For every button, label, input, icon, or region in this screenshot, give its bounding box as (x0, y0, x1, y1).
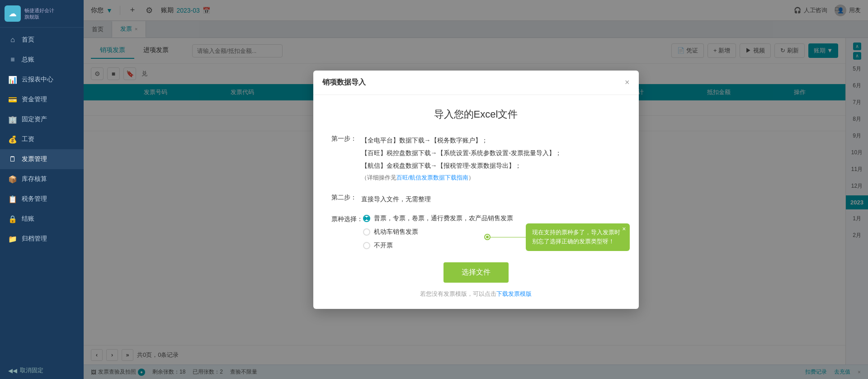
modal-header: 销项数据导入 × (313, 71, 639, 95)
radio-circle-1 (363, 228, 370, 236)
cloud-report-icon: 📊 (8, 75, 17, 84)
modal-footer-note: 若您没有发票模版，可以点击下载发票模版 (331, 290, 621, 298)
sidebar-item-label: 首页 (22, 36, 34, 44)
step1-content: 【全电平台】数据下载→【税务数字账户】； 【百旺】税控盘数据下载→【系统设置-系… (361, 134, 561, 184)
radio-circle-2 (363, 242, 370, 249)
step1: 第一步： 【全电平台】数据下载→【税务数字账户】； 【百旺】税控盘数据下载→【系… (331, 134, 621, 184)
step1-line2: 【百旺】税控盘数据下载→【系统设置-系统参数设置-发票批量导入】； (361, 147, 561, 159)
tooltip-container: 现在支持的票种多了，导入发票时别忘了选择正确的发票类型呀！ × (485, 223, 630, 251)
logo-icon: ☁ (5, 5, 21, 22)
sidebar-item-payroll[interactable]: 💰 工资 (0, 129, 84, 149)
step1-note: （详细操作见百旺/航信发票数据下载指南） (361, 172, 561, 184)
radio-option-0[interactable]: 普票，专票，卷票，通行费发票，农产品销售发票 (363, 214, 513, 223)
sidebar-item-invoice[interactable]: 🗒 发票管理 (0, 149, 84, 169)
archive-icon: 📁 (8, 234, 17, 243)
sidebar-item-label: 发票管理 (22, 155, 47, 163)
sidebar-item-tax[interactable]: 📋 税务管理 (0, 189, 84, 209)
modal-overlay: 销项数据导入 × 导入您的Excel文件 第一步： 【全电平台】数据下载→【税务… (84, 0, 868, 379)
sidebar-item-label: 工资 (22, 135, 34, 143)
sidebar-item-ledger[interactable]: ≡ 总账 (0, 50, 84, 70)
sidebar-logo: ☁ 畅捷通好会计 旗舰版 (0, 0, 84, 28)
sidebar-item-label: 资金管理 (22, 95, 47, 104)
download-template-link[interactable]: 下载发票模版 (496, 290, 532, 297)
sidebar-item-label: 库存核算 (22, 175, 47, 183)
tooltip-close-button[interactable]: × (622, 225, 626, 232)
select-file-button[interactable]: 选择文件 (443, 262, 509, 283)
step1-line3: 【航信】金税盘数据下载→【报税管理-发票数据导出】； (361, 159, 561, 172)
select-file-area: 选择文件 (331, 262, 621, 283)
ticket-select: 票种选择： 普票，专票，卷票，通行费发票，农产品销售发票 机动车销售发票 (331, 214, 621, 250)
sidebar-item-label: 税务管理 (22, 195, 47, 203)
radio-circle-0 (363, 215, 370, 222)
sidebar-nav: ⌂ 首页 ≡ 总账 📊 云报表中心 💳 资金管理 🏢 固定资产 💰 工资 (0, 28, 84, 362)
payroll-icon: 💰 (8, 135, 17, 144)
sidebar-unpin[interactable]: ◀◀ 取消固定 (0, 362, 84, 379)
pin-icon: ◀◀ (8, 367, 17, 374)
inventory-icon: 📦 (8, 175, 17, 184)
logo-text: 畅捷通好会计 旗舰版 (24, 7, 54, 20)
guide-link[interactable]: 百旺/航信发票数据下载指南 (396, 174, 469, 181)
ticket-label: 票种选择： (331, 215, 363, 223)
sidebar-item-cloud-report[interactable]: 📊 云报表中心 (0, 70, 84, 90)
ledger-icon: ≡ (8, 55, 17, 64)
modal-body: 导入您的Excel文件 第一步： 【全电平台】数据下载→【税务数字账户】； 【百… (313, 95, 639, 309)
sidebar-item-label: 归档管理 (22, 235, 47, 243)
step1-line1: 【全电平台】数据下载→【税务数字账户】； (361, 134, 561, 147)
sidebar-item-fixed-assets[interactable]: 🏢 固定资产 (0, 109, 84, 129)
modal-close-button[interactable]: × (625, 78, 630, 86)
sidebar-item-fund[interactable]: 💳 资金管理 (0, 90, 84, 109)
tooltip-popup: 现在支持的票种多了，导入发票时别忘了选择正确的发票类型呀！ × (526, 223, 630, 251)
sidebar-item-home[interactable]: ⌂ 首页 (0, 30, 84, 50)
fixed-assets-icon: 🏢 (8, 115, 17, 124)
step2-content: 直接导入文件，无需整理 (361, 193, 431, 205)
home-icon: ⌂ (8, 35, 17, 44)
import-modal: 销项数据导入 × 导入您的Excel文件 第一步： 【全电平台】数据下载→【税务… (313, 71, 639, 309)
sidebar-item-inventory[interactable]: 📦 库存核算 (0, 169, 84, 189)
step1-label: 第一步： (331, 135, 357, 143)
sidebar-item-label: 固定资产 (22, 115, 47, 123)
tax-icon: 📋 (8, 194, 17, 204)
sidebar-item-close-accounts[interactable]: 🔒 结账 (0, 209, 84, 229)
modal-title: 销项数据导入 (322, 78, 366, 87)
sidebar-item-label: 结账 (22, 215, 34, 223)
close-accounts-icon: 🔒 (8, 214, 17, 223)
sidebar-item-label: 总账 (22, 56, 34, 64)
invoice-icon: 🗒 (8, 155, 17, 164)
step2: 第二步： 直接导入文件，无需整理 (331, 193, 621, 205)
fund-icon: 💳 (8, 95, 17, 104)
modal-main-title: 导入您的Excel文件 (331, 108, 621, 121)
tooltip-dot (485, 235, 490, 239)
sidebar-item-label: 云报表中心 (22, 76, 53, 84)
sidebar: ☁ 畅捷通好会计 旗舰版 ⌂ 首页 ≡ 总账 📊 云报表中心 💳 资金管理 (0, 0, 84, 379)
step2-label: 第二步： (331, 194, 357, 202)
tooltip-line (490, 237, 526, 237)
sidebar-item-archive[interactable]: 📁 归档管理 (0, 229, 84, 249)
